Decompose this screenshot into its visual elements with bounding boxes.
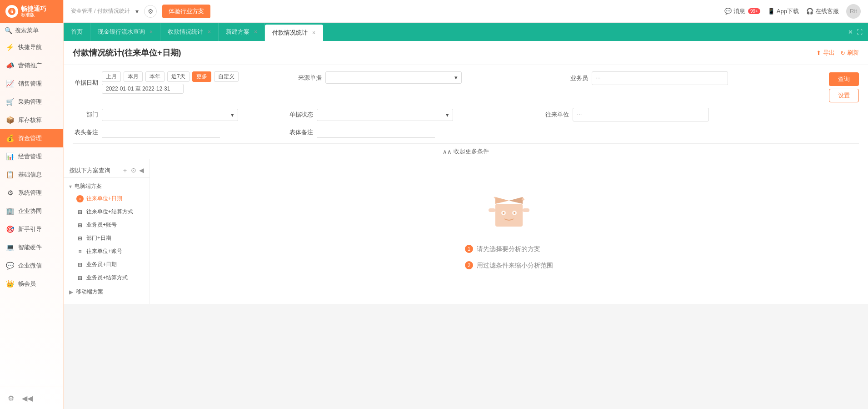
enterprise-icon: 🏢 [5, 207, 15, 216]
status-filter-label: 单据状态 [288, 111, 313, 119]
tab-income-stat-label: 收款情况统计 [168, 28, 203, 36]
tab-expand-icon[interactable]: ⛶ [857, 29, 863, 35]
sidebar-item-inventory[interactable]: 📦 库存核算 [0, 111, 63, 129]
scheme-group-pc-title[interactable]: ▾ 电脑端方案 [64, 181, 150, 192]
logo-icon: 6 [5, 5, 18, 18]
scheme-item-dept-date[interactable]: ⊞ 部门+日期 [64, 232, 150, 245]
avatar-text: Rit [850, 8, 857, 15]
scheme-add-btn[interactable]: ＋ [122, 167, 128, 175]
scheme-item-salesman-account[interactable]: ⊞ 业务员+账号 [64, 218, 150, 232]
sidebar-item-marketing[interactable]: 📣 营销推广 [0, 56, 63, 75]
marketing-icon: 📣 [5, 61, 15, 70]
status-select[interactable]: ▾ [317, 109, 453, 121]
sidebar-item-smart-hw[interactable]: 💻 智能硬件 [0, 238, 63, 257]
tab-new-scheme-close[interactable]: × [254, 29, 257, 35]
message-label: 消息 [733, 7, 745, 15]
sidebar-item-label: 新手引导 [18, 225, 42, 233]
svg-point-5 [503, 212, 504, 214]
export-btn[interactable]: ⬆ 导出 [816, 49, 835, 57]
tab-new-scheme[interactable]: 新建方案 × [219, 23, 265, 41]
sidebar-item-enterprise[interactable]: 🏢 企业协同 [0, 202, 63, 220]
topbar-gear-btn[interactable]: ⚙ [144, 5, 157, 18]
date-btn-this-year[interactable]: 本年 [145, 71, 165, 82]
empty-tip-2: 2 用过滤条件来缩小分析范围 [465, 259, 553, 272]
tip-num-2: 2 [465, 261, 473, 269]
user-avatar[interactable]: Rit [846, 4, 861, 19]
date-btn-this-month[interactable]: 本月 [124, 71, 143, 82]
sidebar-item-label: 快捷导航 [18, 43, 42, 51]
sidebar-item-vip[interactable]: 👑 畅会员 [0, 275, 63, 293]
query-btn[interactable]: 查询 [829, 72, 859, 86]
date-btn-7days[interactable]: 近7天 [167, 71, 190, 82]
sidebar-item-capital[interactable]: 💰 资金管理 [0, 129, 63, 147]
date-btn-more[interactable]: 更多 [192, 71, 211, 82]
tab-close-all-icon[interactable]: ✕ [848, 29, 853, 35]
tab-payment-stat[interactable]: 付款情况统计 × [265, 25, 323, 41]
salesman-account-label: 业务员+账号 [86, 221, 117, 229]
topbar-dropdown-arrow[interactable]: ▾ [135, 8, 139, 15]
partner-account-label: 往来单位+账号 [86, 247, 122, 255]
scheme-item-salesman-date[interactable]: ⊞ 业务员+日期 [64, 258, 150, 271]
salesman-select[interactable]: ··· [592, 71, 728, 85]
sidebar-collapse-btn[interactable]: ◀◀ [21, 392, 34, 404]
search-menu-item[interactable]: 🔍 搜索菜单 [0, 23, 63, 38]
source-select[interactable]: ▾ [325, 71, 462, 84]
search-menu-label: 搜索菜单 [15, 26, 39, 35]
tab-cash-flow[interactable]: 现金银行流水查询 × [90, 23, 160, 41]
date-btn-last-month[interactable]: 上月 [102, 71, 121, 82]
scheme-settings-btn[interactable]: ⊙ [131, 167, 136, 175]
date-range-input[interactable] [102, 84, 184, 94]
empty-state-tips: 1 请先选择要分析的方案 2 用过滤条件来缩小分析范围 [465, 242, 553, 275]
body-note-group: 表体备注 [288, 127, 535, 138]
sidebar-item-label: 销售管理 [18, 80, 42, 88]
tab-income-stat[interactable]: 收款情况统计 × [160, 23, 219, 41]
scheme-item-partner-account[interactable]: ≡ 往来单位+账号 [64, 245, 150, 258]
partner-select[interactable]: ··· [573, 108, 709, 121]
sidebar-item-sys-mgmt[interactable]: ⚙ 系统管理 [0, 184, 63, 202]
salesman-payment-label: 业务员+结算方式 [86, 274, 128, 282]
sidebar-item-operations[interactable]: 📊 经营管理 [0, 147, 63, 166]
date-filter-group: 单据日期 上月 本月 本年 近7天 更多 自定义 [73, 71, 287, 94]
settings-btn[interactable]: 设置 [829, 89, 859, 102]
sidebar-item-label: 畅会员 [18, 280, 36, 288]
tab-cash-flow-close[interactable]: × [150, 29, 153, 35]
tip-2-text: 用过滤条件来缩小分析范围 [477, 259, 553, 272]
sidebar-item-basic-info[interactable]: 📋 基础信息 [0, 166, 63, 184]
svg-rect-8 [523, 208, 529, 212]
collapse-btn[interactable]: ∧∧ 收起更多条件 [73, 143, 859, 159]
message-btn[interactable]: 💬 消息 99+ [724, 7, 760, 15]
scheme-item-partner-payment[interactable]: ⊞ 往来单位+结算方式 [64, 205, 150, 218]
svg-text:✦: ✦ [520, 196, 526, 203]
scheme-collapse-btn[interactable]: ◀ [139, 167, 144, 175]
source-select-arrow: ▾ [454, 74, 458, 81]
sidebar-settings-btn[interactable]: ⚙ [5, 392, 17, 404]
collapse-icon: ∧∧ [443, 148, 452, 155]
date-btn-custom[interactable]: 自定义 [214, 71, 239, 82]
sidebar-item-sales[interactable]: 📈 销售管理 [0, 75, 63, 93]
scheme-item-partner-date[interactable]: ○ 往来单位+日期 [64, 192, 150, 205]
sidebar-item-purchase[interactable]: 🛒 采购管理 [0, 93, 63, 111]
message-icon: 💬 [724, 8, 732, 15]
salesman-filter-group: 业务员 ··· [563, 71, 820, 85]
trial-btn[interactable]: 体验行业方案 [162, 5, 210, 18]
refresh-btn[interactable]: ↻ 刷新 [840, 49, 859, 57]
app-download-btn[interactable]: 📱 App下载 [768, 7, 799, 15]
service-btn[interactable]: 🎧 在线客服 [806, 7, 839, 15]
scheme-item-salesman-payment[interactable]: ⊞ 业务员+结算方式 [64, 271, 150, 284]
scheme-group-mobile-title[interactable]: ▶ 移动端方案 [64, 286, 150, 298]
tab-home[interactable]: 首页 [64, 23, 90, 41]
pc-group-arrow: ▾ [69, 183, 72, 190]
sidebar-item-newbie[interactable]: 🎯 新手引导 [0, 220, 63, 238]
filter-row-2: 部门 ▾ 单据状态 ▾ 往来单位 ··· [73, 108, 859, 121]
tab-payment-stat-close[interactable]: × [312, 30, 315, 36]
filter-row-3: 表头备注 表体备注 [73, 127, 859, 138]
sidebar: 6 畅捷通巧 标准版 🔍 搜索菜单 ⚡ 快捷导航 📣 营销推广 📈 销售管理 🛒… [0, 0, 64, 409]
sidebar-item-quick-nav[interactable]: ⚡ 快捷导航 [0, 38, 63, 56]
dept-select[interactable]: ▾ [102, 109, 238, 121]
sidebar-item-weixin[interactable]: 💬 企业微信 [0, 257, 63, 275]
tab-income-stat-close[interactable]: × [208, 29, 211, 35]
body-note-input[interactable] [317, 127, 435, 138]
salesman-filter-label: 业务员 [563, 74, 588, 82]
header-note-input[interactable] [102, 127, 220, 138]
tab-new-scheme-label: 新建方案 [226, 28, 249, 36]
